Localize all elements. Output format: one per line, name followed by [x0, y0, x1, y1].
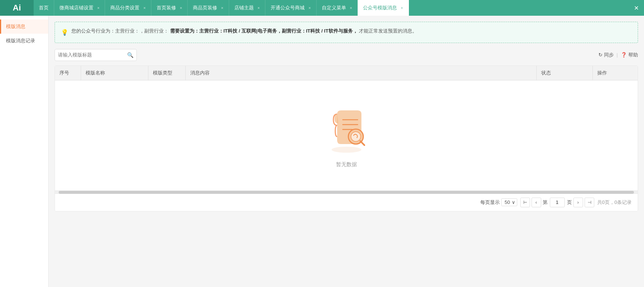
th-content: 消息内容 [186, 66, 537, 80]
page-number-input[interactable] [550, 198, 565, 207]
content-area: 💡 您的公众号行业为：主营行业：，副营行业： 需要设置为：主营行业：IT科技 /… [49, 16, 644, 287]
th-type: 模版类型 [148, 66, 186, 80]
page-size-value: 50 [505, 199, 510, 205]
nav-tab-close-icon[interactable]: × [180, 6, 182, 10]
main-layout: 模版消息模版消息记录 💡 您的公众号行业为：主营行业：，副营行业： 需要设置为：… [0, 16, 644, 287]
empty-text: 暂无数据 [336, 161, 357, 168]
nav-tab-custom-menu[interactable]: 自定义菜单× [317, 0, 358, 16]
page-label: 第 [543, 199, 548, 206]
sync-icon: ↻ [598, 52, 603, 58]
empty-state: 暂无数据 [55, 80, 638, 190]
next-page-button[interactable]: › [573, 198, 583, 207]
scrollbar-thumb[interactable] [59, 191, 634, 194]
total-text: 共0页，0条记录 [597, 199, 632, 206]
notice-box: 💡 您的公众号行业为：主营行业：，副营行业： 需要设置为：主营行业：IT科技 /… [55, 22, 638, 43]
brand-logo: Ai [0, 0, 34, 16]
nav-tab-shop-theme[interactable]: 店铺主题× [229, 0, 265, 16]
nav-tab-product-decor[interactable]: 商品页装修× [188, 0, 229, 16]
top-nav: Ai 首页微商城店铺设置×商品分类设置×首页装修×商品页装修×店铺主题×开通公众… [0, 0, 644, 16]
nav-tab-label: 微商城店铺设置 [59, 4, 93, 11]
nav-tab-label: 商品页装修 [193, 4, 217, 11]
nav-tab-close-icon[interactable]: × [401, 6, 403, 10]
nav-tab-label: 店铺主题 [234, 4, 254, 11]
th-index: 序号 [55, 66, 81, 80]
toolbar-divider: | [617, 52, 618, 58]
nav-tab-label: 公众号模版消息 [363, 4, 397, 11]
empty-illustration [320, 103, 373, 155]
nav-tab-label: 自定义菜单 [322, 4, 346, 11]
help-icon: ❓ [621, 52, 627, 58]
nav-tab-label: 开通公众号商城 [271, 4, 305, 11]
nav-tab-close-icon[interactable]: × [350, 6, 352, 10]
th-action: 操作 [593, 66, 638, 80]
help-button[interactable]: ❓ 帮助 [621, 52, 638, 58]
page-size-label: 每页显示 [480, 199, 500, 206]
nav-tab-close-icon[interactable]: × [221, 6, 223, 10]
nav-tab-close-icon[interactable]: × [97, 6, 99, 10]
page-input-wrap: 第 页 [543, 198, 572, 207]
dropdown-arrow-icon: ∨ [512, 199, 515, 205]
sidebar: 模版消息模版消息记录 [0, 16, 49, 287]
table-wrap: 序号模版名称模版类型消息内容状态操作 [55, 65, 638, 211]
scrollbar-track[interactable] [55, 190, 638, 193]
nav-tab-shop-setting[interactable]: 微商城店铺设置× [54, 0, 105, 16]
toolbar: 🔍 ↻ 同步 | ❓ 帮助 [55, 49, 638, 61]
page-nav: ⊢ ‹ 第 页 › ⊣ [520, 198, 594, 207]
page-size-select: 每页显示 50 ∨ [480, 198, 517, 206]
search-input[interactable] [58, 52, 127, 58]
page-suffix: 页 [567, 199, 572, 206]
nav-tab-close-icon[interactable]: × [258, 6, 260, 10]
nav-tab-template-msg[interactable]: 公众号模版消息× [358, 0, 409, 16]
page-size-dropdown[interactable]: 50 ∨ [501, 198, 517, 206]
nav-tabs: 首页微商城店铺设置×商品分类设置×首页装修×商品页装修×店铺主题×开通公众号商城… [34, 0, 628, 16]
toolbar-right: ↻ 同步 | ❓ 帮助 [598, 52, 638, 58]
sidebar-item-template-record[interactable]: 模版消息记录 [0, 34, 48, 48]
search-box[interactable]: 🔍 [55, 49, 137, 61]
nav-tab-close-icon[interactable]: × [143, 6, 145, 10]
sidebar-item-template-msg[interactable]: 模版消息 [0, 19, 48, 34]
table-header: 序号模版名称模版类型消息内容状态操作 [55, 66, 638, 80]
nav-tab-category-setting[interactable]: 商品分类设置× [105, 0, 151, 16]
th-name: 模版名称 [81, 66, 148, 80]
notice-highlight: 需要设置为：主营行业：IT科技 / 互联网|电子商务，副营行业：IT科技 / I… [170, 28, 358, 34]
nav-tab-home-decor[interactable]: 首页装修× [151, 0, 188, 16]
nav-tab-label: 商品分类设置 [110, 4, 139, 11]
th-status: 状态 [537, 66, 593, 80]
sync-label: 同步 [604, 52, 614, 58]
svg-point-0 [332, 147, 361, 153]
svg-line-6 [360, 141, 364, 145]
first-page-button[interactable]: ⊢ [520, 198, 530, 207]
search-icon[interactable]: 🔍 [127, 52, 133, 58]
nav-tab-home[interactable]: 首页 [34, 0, 54, 16]
nav-tab-open-mall[interactable]: 开通公众号商城× [265, 0, 316, 16]
prev-page-button[interactable]: ‹ [531, 198, 541, 207]
help-label: 帮助 [628, 52, 638, 58]
notice-text: 您的公众号行业为：主营行业：，副营行业： 需要设置为：主营行业：IT科技 / 互… [71, 27, 417, 35]
nav-tab-label: 首页装修 [157, 4, 176, 11]
close-all-button[interactable]: ✕ [628, 0, 644, 16]
last-page-button[interactable]: ⊣ [585, 198, 594, 207]
svg-point-5 [351, 132, 361, 141]
sync-button[interactable]: ↻ 同步 [598, 52, 614, 58]
nav-tab-close-icon[interactable]: × [308, 6, 311, 10]
nav-tab-label: 首页 [39, 4, 49, 11]
pagination: 每页显示 50 ∨ ⊢ ‹ 第 页 › ⊣ [55, 193, 638, 211]
notice-icon: 💡 [61, 28, 68, 37]
